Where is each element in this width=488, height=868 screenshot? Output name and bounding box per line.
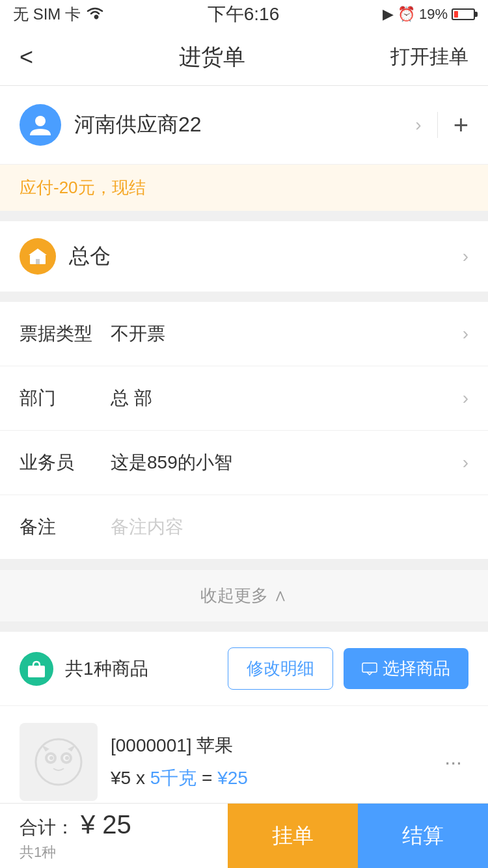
svg-point-11 — [49, 756, 53, 760]
supplier-row[interactable]: 河南供应商22 › + — [0, 86, 488, 165]
chevron-right-icon: › — [463, 452, 468, 473]
chevron-right-icon: › — [463, 246, 468, 267]
product-item: [0000001] 苹果 ¥5 x 5千克 = ¥25 ··· — [0, 707, 488, 817]
footer: 合计： ¥ 25 共1种 挂单 结算 — [0, 803, 488, 868]
warehouse-icon — [20, 238, 56, 275]
department-row[interactable]: 部门 总 部 › — [0, 366, 488, 431]
product-header: 共1种商品 修改明细 选择商品 — [0, 632, 488, 706]
department-label: 部门 — [20, 386, 111, 411]
quantity: 5千克 — [150, 768, 197, 788]
svg-point-12 — [65, 756, 69, 760]
product-name: [0000001] 苹果 — [111, 733, 438, 758]
svg-rect-5 — [362, 663, 377, 672]
status-bar: 无 SIM 卡 下午6:16 ▶ ⏰ 19% — [0, 0, 488, 29]
total-sub: 共1种 — [20, 843, 208, 862]
department-value: 总 部 — [111, 386, 456, 411]
select-product-button[interactable]: 选择商品 — [344, 648, 468, 689]
form-card: 票据类型 不开票 › 部门 总 部 › 业务员 这是859的小智 › 备注 备注… — [0, 302, 488, 560]
svg-rect-3 — [36, 259, 40, 264]
total-amount: ¥ 25 — [81, 810, 131, 839]
add-button[interactable]: + — [454, 111, 468, 140]
product-title: 苹果 — [197, 735, 233, 755]
collapse-toggle[interactable]: 收起更多 ∧ — [0, 570, 488, 621]
wifi-icon — [86, 5, 104, 23]
salesman-row[interactable]: 业务员 这是859的小智 › — [0, 431, 488, 495]
status-right: ▶ ⏰ 19% — [383, 6, 475, 23]
ticket-type-label: 票据类型 — [20, 321, 111, 346]
supplier-name: 河南供应商22 — [74, 111, 409, 139]
svg-point-0 — [35, 116, 46, 126]
warehouse-name: 总仓 — [69, 242, 456, 271]
product-price-row: ¥5 x 5千克 = ¥25 — [111, 766, 438, 791]
edit-detail-button[interactable]: 修改明细 — [228, 647, 333, 690]
battery-icon — [452, 8, 475, 20]
back-button[interactable]: < — [20, 44, 33, 71]
warehouse-row[interactable]: 总仓 › — [0, 221, 488, 292]
supplier-card: 河南供应商22 › + 应付-20元，现结 — [0, 86, 488, 211]
main-content: 河南供应商22 › + 应付-20元，现结 总仓 › 票据类型 不开票 › — [0, 86, 488, 868]
remark-input[interactable]: 备注内容 — [111, 515, 468, 539]
chevron-right-icon: › — [463, 323, 468, 344]
warehouse-card[interactable]: 总仓 › — [0, 221, 488, 292]
supplier-avatar — [20, 104, 61, 146]
remark-row[interactable]: 备注 备注内容 — [0, 495, 488, 560]
svg-rect-4 — [28, 666, 45, 677]
battery-percent: 19% — [419, 6, 448, 23]
remark-label: 备注 — [20, 515, 111, 539]
more-button[interactable]: ··· — [438, 750, 468, 774]
select-product-label: 选择商品 — [383, 657, 450, 680]
unit-price: ¥5 — [111, 768, 131, 788]
alarm-icon: ⏰ — [398, 6, 415, 23]
ticket-type-value: 不开票 — [111, 321, 456, 346]
product-icon — [20, 652, 53, 686]
status-left: 无 SIM 卡 — [13, 4, 104, 25]
nav-bar: < 进货单 打开挂单 — [0, 29, 488, 86]
carrier-label: 无 SIM 卡 — [13, 4, 81, 25]
chevron-right-icon: › — [415, 115, 421, 135]
open-hang-button[interactable]: 打开挂单 — [390, 44, 468, 70]
footer-total: 合计： ¥ 25 共1种 — [0, 810, 228, 862]
total-price: ¥25 — [217, 768, 248, 788]
price-multiply: x — [136, 768, 150, 788]
product-code: [0000001] — [111, 735, 192, 755]
product-info: [0000001] 苹果 ¥5 x 5千克 = ¥25 — [111, 733, 438, 791]
total-row: 合计： ¥ 25 — [20, 810, 208, 840]
chevron-right-icon: › — [463, 388, 468, 409]
vertical-divider — [437, 112, 438, 138]
equals-sign: = — [202, 768, 217, 788]
status-time: 下午6:16 — [208, 2, 280, 27]
location-icon: ▶ — [383, 6, 394, 23]
notice-bar: 应付-20元，现结 — [0, 165, 488, 211]
product-count: 共1种商品 — [65, 657, 228, 681]
ticket-type-row[interactable]: 票据类型 不开票 › — [0, 302, 488, 366]
product-section: 共1种商品 修改明细 选择商品 — [0, 632, 488, 817]
salesman-value: 这是859的小智 — [111, 450, 456, 475]
settle-button[interactable]: 结算 — [358, 804, 488, 869]
svg-marker-2 — [29, 249, 47, 255]
total-label: 合计： — [20, 815, 74, 840]
page-title: 进货单 — [179, 42, 245, 72]
hang-button[interactable]: 挂单 — [228, 804, 358, 869]
product-thumbnail — [20, 723, 98, 801]
salesman-label: 业务员 — [20, 450, 111, 475]
